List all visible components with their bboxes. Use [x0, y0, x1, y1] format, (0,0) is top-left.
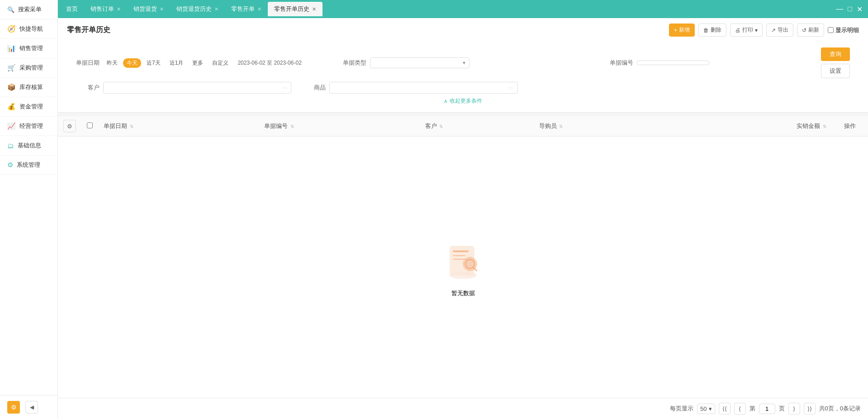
empty-text: 暂无数据: [451, 289, 475, 297]
tab-label: 销货退货历史: [176, 5, 212, 13]
table-header-customer[interactable]: 客户 ⇅: [420, 116, 534, 137]
docnumber-input[interactable]: [637, 61, 709, 65]
date-range-display: 2023-06-02 至 2023-06-02: [237, 59, 301, 67]
tab-retail-open[interactable]: 零售开单 ✕: [225, 2, 268, 16]
doctype-filter-label: 单据类型: [339, 59, 366, 67]
settings-gear-button[interactable]: ⚙: [7, 401, 20, 414]
pagination: 每页显示 50 ▾ ⟨⟨ ⟨ 第 页 ⟩ ⟩⟩ 共0页，0条记录: [58, 398, 868, 419]
purchase-icon: 🛒: [7, 64, 16, 72]
filter-row-customer: 客户 ··· 商品 ···: [67, 80, 859, 95]
sidebar: 🔍 搜索采单 🧭 快捷导航 📊 销售管理 🛒 采购管理 📦 库存核算 💰 资金管…: [0, 0, 58, 419]
sidebar-item-label: 经营管理: [19, 122, 43, 130]
col-date-label: 单据日期: [104, 122, 127, 129]
delete-button[interactable]: 🗑 删除: [698, 24, 726, 37]
content-area: 零售开单历史 + 新增 🗑 删除 🖨 打印 ▾: [58, 18, 868, 419]
sidebar-item-kucun[interactable]: 📦 库存核算: [0, 78, 57, 97]
tab-bar-end: — □ ✕: [836, 5, 866, 14]
add-button[interactable]: + 新增: [669, 24, 695, 37]
tab-home-label: 首页: [66, 5, 78, 13]
product-filter-label: 商品: [299, 84, 326, 92]
display-detail-toggle[interactable]: 显示明细: [828, 26, 859, 34]
filter-settings-button[interactable]: 设置: [821, 64, 850, 78]
collapse-filter-button[interactable]: ∧ 收起更多条件: [67, 95, 859, 108]
tab-sales-order[interactable]: 销售订单 ✕: [84, 2, 127, 16]
product-input[interactable]: ···: [329, 82, 517, 94]
print-icon: 🖨: [735, 27, 740, 33]
date-option-more[interactable]: 更多: [189, 58, 207, 68]
per-page-label: 每页显示: [670, 405, 693, 413]
sidebar-collapse-button[interactable]: ◀: [25, 401, 38, 414]
sidebar-item-jingying[interactable]: 📈 经营管理: [0, 117, 57, 136]
close-tab-icon[interactable]: ✕: [257, 6, 261, 12]
per-page-select[interactable]: 50 ▾: [697, 404, 715, 414]
customer-dots-icon[interactable]: ···: [283, 85, 287, 91]
sidebar-menu: 🧭 快捷导航 📊 销售管理 🛒 采购管理 📦 库存核算 💰 资金管理 📈 经营管…: [0, 19, 57, 395]
date-option-month[interactable]: 近1月: [166, 58, 187, 68]
per-page-value: 50: [700, 405, 707, 412]
data-table: ⚙ 单据日期 ⇅ 单据编号 ⇅: [58, 116, 868, 137]
action-buttons: 查询 设置: [821, 47, 854, 78]
sidebar-search[interactable]: 🔍 搜索采单: [0, 0, 57, 19]
refresh-button[interactable]: ↺ 刷新: [797, 24, 824, 37]
minimize-icon[interactable]: —: [836, 5, 843, 13]
table-header-number[interactable]: 单据编号 ⇅: [259, 116, 419, 137]
tab-home[interactable]: 首页: [60, 2, 84, 16]
sidebar-item-label: 基础信息: [18, 141, 41, 150]
select-all-checkbox[interactable]: [87, 122, 93, 128]
date-option-custom[interactable]: 自定义: [209, 58, 232, 68]
sidebar-search-label: 搜索采单: [18, 5, 42, 14]
sidebar-item-xitong[interactable]: ⚙ 系统管理: [0, 155, 57, 175]
close-window-icon[interactable]: ✕: [857, 5, 863, 14]
basic-info-icon: 🗂: [7, 142, 14, 150]
table-header-row: ⚙ 单据日期 ⇅ 单据编号 ⇅: [58, 116, 868, 137]
table-header-config: ⚙: [58, 116, 81, 137]
delete-label: 删除: [711, 26, 721, 34]
tab-retail-open-history[interactable]: 零售开单历史 ✕: [268, 2, 323, 16]
table-header-checkbox[interactable]: [81, 116, 98, 137]
add-icon: +: [674, 27, 677, 33]
sidebar-item-kuaijie[interactable]: 🧭 快捷导航: [0, 19, 57, 39]
col-number-label: 单据编号: [264, 122, 288, 129]
sidebar-item-xiaoshou[interactable]: 📊 销售管理: [0, 39, 57, 58]
inventory-icon: 📦: [7, 83, 16, 91]
table-header-salesperson[interactable]: 导购员 ⇅: [534, 116, 671, 137]
col-salesperson-label: 导购员: [539, 122, 557, 129]
close-tab-icon[interactable]: ✕: [117, 6, 121, 12]
prev-page-button[interactable]: ⟨: [734, 403, 746, 414]
sort-icon: ⇅: [130, 124, 133, 129]
sidebar-item-caigou[interactable]: 🛒 采购管理: [0, 58, 57, 78]
tab-sales-return-history[interactable]: 销货退货历史 ✕: [170, 2, 225, 16]
display-detail-checkbox[interactable]: [828, 27, 834, 33]
customer-input[interactable]: ···: [103, 82, 291, 94]
close-tab-icon[interactable]: ✕: [312, 6, 316, 12]
print-button[interactable]: 🖨 打印 ▾: [730, 24, 763, 37]
sidebar-item-jichu[interactable]: 🗂 基础信息: [0, 136, 57, 155]
refresh-icon: ↺: [802, 27, 806, 33]
tab-label: 零售开单: [231, 5, 255, 13]
close-tab-icon[interactable]: ✕: [214, 6, 218, 12]
sidebar-item-label: 库存核算: [19, 83, 43, 91]
per-page-dropdown-icon: ▾: [709, 405, 712, 412]
date-option-today[interactable]: 今天: [123, 58, 141, 68]
export-label: 导出: [778, 26, 788, 34]
first-page-button[interactable]: ⟨⟨: [719, 403, 730, 414]
close-tab-icon[interactable]: ✕: [160, 6, 164, 12]
sidebar-item-label: 快捷导航: [19, 25, 43, 33]
query-button[interactable]: 查询: [821, 47, 850, 61]
product-dots-icon[interactable]: ···: [509, 85, 514, 91]
export-button[interactable]: ↗ 导出: [766, 24, 793, 37]
sidebar-item-zijin[interactable]: 💰 资金管理: [0, 97, 57, 117]
doctype-select[interactable]: ▾: [370, 57, 470, 68]
tab-sales-return[interactable]: 销货退货 ✕: [127, 2, 170, 16]
maximize-icon[interactable]: □: [848, 5, 852, 13]
page-number-input[interactable]: [759, 404, 775, 414]
date-option-week[interactable]: 近7天: [143, 58, 164, 68]
table-header-date[interactable]: 单据日期 ⇅: [98, 116, 259, 137]
table-config-button[interactable]: ⚙: [63, 120, 76, 132]
next-page-button[interactable]: ⟩: [788, 403, 800, 414]
table-header-amount[interactable]: 实销金额 ⇅: [671, 116, 832, 137]
date-option-yesterday[interactable]: 昨天: [103, 58, 121, 68]
filter-group-customer: 客户 ···: [72, 82, 291, 94]
date-options: 昨天 今天 近7天 近1月 更多 自定义: [103, 58, 232, 68]
last-page-button[interactable]: ⟩⟩: [804, 403, 816, 414]
